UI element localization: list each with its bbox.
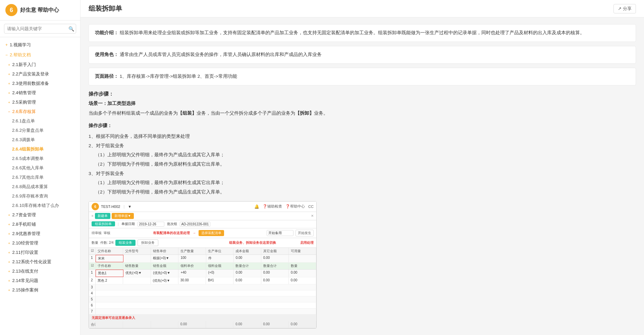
plus-icon-2-12: + xyxy=(8,260,10,264)
mock-user: CC xyxy=(308,205,314,209)
minus-icon: − xyxy=(5,53,8,57)
mock-type-label: 数量 xyxy=(92,240,98,245)
mock-assembly-tab[interactable]: 组装拆卸单 xyxy=(92,221,115,226)
mock-child-row4-empty xyxy=(96,290,316,296)
sidebar-leaf-2-6-2[interactable]: 2.6.2分量盘点单 xyxy=(0,126,80,135)
mock-col-parent-avail: 可用量 xyxy=(289,248,316,255)
mock-app-id: TEST-H002 xyxy=(101,205,120,209)
share-button[interactable]: ↗ 分享 xyxy=(613,4,636,13)
mock-child-row7-num: 7 xyxy=(89,309,96,314)
sidebar-item-2-12[interactable]: + 2.12系统个性化设置 xyxy=(0,257,80,267)
mock-tab-active[interactable]: 新建单 xyxy=(95,213,110,219)
path-text: 1、库存核算->库存管理->组装拆卸单 2、首页->常用功能 xyxy=(120,74,237,79)
sidebar-leaf-2-6-3[interactable]: 2.6.3调拨单 xyxy=(0,135,80,145)
mock-parent-avail-val xyxy=(289,255,316,262)
plus-icon-2-7: + xyxy=(8,213,10,217)
sidebar-leaf-2-6-1[interactable]: 2.6.1盘点单 xyxy=(0,116,80,126)
mock-batch-input[interactable]: AD-20191226-001 xyxy=(180,222,211,227)
mock-annotation-bottom: 无固定清单可在这里逐条录入 xyxy=(92,316,135,320)
sidebar-leaf-2-6-5[interactable]: 2.6.5成本调整单 xyxy=(0,154,80,163)
sidebar-item-docs[interactable]: − 2.帮助文档 xyxy=(0,50,80,60)
mock-footer-qty2: 0.00 xyxy=(233,321,261,328)
mock-footer-qty4: 0.00 xyxy=(289,321,316,328)
minus-icon-2-6: − xyxy=(8,110,10,114)
mock-close-icon: ✕ xyxy=(311,214,314,218)
mock-parent-row-1: 1 米米 根据(+0)▼ 100 件 0.00 0.00 xyxy=(89,255,316,263)
mock-child-row-5: 5 xyxy=(89,296,316,302)
main-area: 组装拆卸单 ↗ 分享 功能介绍： 组装拆卸单用来处理企业组装或拆卸等加工业务，支… xyxy=(80,0,644,335)
plus-icon-2-2: + xyxy=(8,72,10,76)
nav-tree: + 1.视频学习 − 2.帮助文档 + 2.1新手入门 + 2.2产品安装及登录… xyxy=(0,37,80,335)
mock-child-row2-price: 30.00 xyxy=(178,277,206,284)
mock-col-parent-cost: 成本金额 xyxy=(233,248,261,255)
mock-child-row2-qty xyxy=(123,277,151,284)
sidebar-leaf-2-6-10[interactable]: 2.6.10库存账本错了么办 xyxy=(0,201,80,210)
sidebar-item-2-9[interactable]: + 2.9优惠券管理 xyxy=(0,229,80,238)
sidebar-item-2-4[interactable]: + 2.4销售管理 xyxy=(0,88,80,98)
mock-tab-bar: ≡ 新建单 新增单据▼ ✕ xyxy=(89,212,316,220)
sidebar-leaf-2-6-9[interactable]: 2.6.9库存账本查询 xyxy=(0,191,80,201)
sidebar-item-docs-label: 2.帮助文档 xyxy=(10,52,31,58)
mock-parent-unit-val: 件 xyxy=(206,255,234,262)
sidebar-item-video-label: 1.视频学习 xyxy=(10,42,31,48)
page-title: 组装拆卸单 xyxy=(89,4,122,13)
mock-parent-table-header: ☑ 父件名称 父件型号 销售单价 生产数量 生产单位 成本金额 其它金额 可用量 xyxy=(89,248,316,255)
sidebar-leaf-2-6-6[interactable]: 2.6.6其他入库单 xyxy=(0,163,80,173)
app-logo: 6 xyxy=(5,4,17,16)
step2: 2、对于组装业务 xyxy=(89,142,636,150)
mock-child-row-1: 1 黑色1 优先(+0)▼ (优先(+0)▼ +40 (+0) 0.00 0.0… xyxy=(89,270,316,277)
sidebar-item-2-11[interactable]: + 2.11打印设置 xyxy=(0,248,80,257)
mock-parent-name-val: 米米 xyxy=(96,255,123,262)
mock-row-num: 1 xyxy=(89,255,96,262)
mock-status1: 待审核 xyxy=(92,231,102,235)
mock-child-col-num: 数量 xyxy=(289,263,316,269)
mock-child-row1-name: 黑色1 xyxy=(96,270,123,277)
sidebar-leaf-2-6-7[interactable]: 2.6.7其他出库单 xyxy=(0,173,80,182)
mock-child-row-6: 6 xyxy=(89,302,316,309)
mock-disassembly-type-tab[interactable]: 拆卸业务 xyxy=(138,239,158,246)
screenshot-container: 6 TEST-H002 | ▼ 🔔 ❓辅助检查 ❓帮助中心 CC ≡ 新建单 新… xyxy=(89,201,317,329)
mock-col-parent-name: 父件名称 xyxy=(96,248,123,255)
sidebar-label-2-1: 2.1新手入门 xyxy=(12,62,36,68)
sidebar-item-video[interactable]: + 1.视频学习 xyxy=(0,40,80,50)
sidebar-item-2-10[interactable]: + 2.10经营管理 xyxy=(0,238,80,248)
sidebar-item-2-8[interactable]: + 2.8手机旺铺 xyxy=(0,220,80,229)
sidebar-leaf-2-6-4[interactable]: 2.6.4组装拆卸单 xyxy=(0,145,80,154)
ops-steps-label: 操作步骤： xyxy=(89,123,636,129)
search-input[interactable] xyxy=(4,24,76,34)
mock-child-col-name: 子件名称 xyxy=(96,263,123,269)
sidebar-item-2-3[interactable]: + 2.3使用前数据准备 xyxy=(0,79,80,88)
mock-parent-qty-val: 100 xyxy=(178,255,206,262)
mock-child-col-total1: 数量合计 xyxy=(233,263,261,269)
share-icon: ↗ xyxy=(618,6,622,11)
mock-child-row-4: 4 xyxy=(89,290,316,296)
mock-child-row2-num: 2 xyxy=(89,277,96,284)
mock-stock-input[interactable]: 开始备用 xyxy=(267,230,293,236)
mock-annotation-bom: 有装配清单的在这里处理 xyxy=(153,231,190,235)
sidebar-item-2-2[interactable]: + 2.2产品安装及登录 xyxy=(0,69,80,79)
mock-col-parent-model: 父件型号 xyxy=(123,248,151,255)
search-button[interactable]: 🔍 xyxy=(68,26,74,32)
mock-footer-qty1: 0.00 xyxy=(178,321,206,328)
sidebar-item-2-15[interactable]: + 2.15操作案例 xyxy=(0,285,80,295)
sidebar-item-2-5[interactable]: + 2.5采购管理 xyxy=(0,98,80,107)
mock-new-btn[interactable]: 新增单据▼ xyxy=(112,213,134,219)
mock-child-row1-amount: (优先(+0)▼ xyxy=(151,270,178,277)
mock-child-row2-amt2: B#1 xyxy=(206,277,233,284)
mock-child-row7-empty xyxy=(96,309,316,314)
sidebar-item-2-6[interactable]: − 2.6库存核算 xyxy=(0,107,80,116)
sidebar-item-2-13[interactable]: + 2.13在线支付 xyxy=(0,267,80,276)
mock-tab-assembly[interactable]: 组装拆卸单 xyxy=(92,222,115,226)
mock-date-input[interactable]: 2019-12-26 xyxy=(138,222,164,227)
sidebar-item-2-1[interactable]: + 2.1新手入门 xyxy=(0,60,80,69)
sidebar-item-2-14[interactable]: + 2.14常见问题 xyxy=(0,276,80,285)
sidebar-item-2-7[interactable]: + 2.7资金管理 xyxy=(0,210,80,220)
sidebar-leaf-2-6-8[interactable]: 2.6.8商品成本重算 xyxy=(0,182,80,191)
step3: 3、对于拆装业务 xyxy=(89,169,636,178)
mock-help2-icon: ❓帮助中心 xyxy=(285,204,305,209)
mock-select-bom-btn[interactable]: 选择装配清单 xyxy=(199,230,224,236)
mock-start-btn[interactable]: 开始发生 xyxy=(296,230,314,236)
mock-child-row-3: 3 xyxy=(89,284,316,290)
plus-icon: + xyxy=(5,43,8,47)
mock-assembly-type-tab[interactable]: 组装业务 xyxy=(115,240,136,246)
